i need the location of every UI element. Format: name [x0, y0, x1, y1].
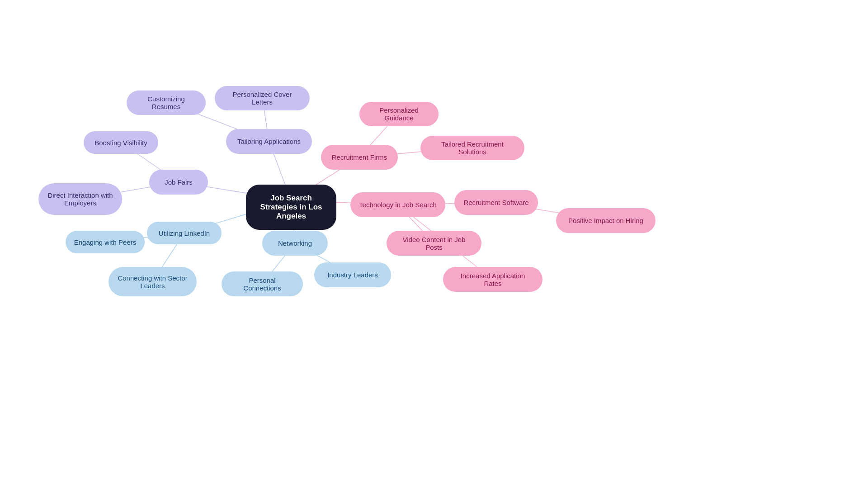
node-cover-letters: Personalized Cover Letters [215, 86, 310, 110]
node-recruitment-software: Recruitment Software [454, 190, 538, 215]
node-positive-impact: Positive Impact on Hiring [556, 208, 656, 233]
node-recruitment-firms: Recruitment Firms [321, 145, 398, 170]
node-tailoring: Tailoring Applications [226, 129, 312, 154]
node-customizing: Customizing Resumes [127, 90, 206, 115]
node-industry-leaders: Industry Leaders [314, 262, 391, 287]
node-direct-interaction: Direct Interaction with Employers [38, 183, 122, 215]
mind-map: Job Search Strategies in Los AngelesTail… [0, 0, 868, 490]
node-boosting: Boosting Visibility [84, 131, 158, 154]
node-job-fairs: Job Fairs [149, 170, 208, 195]
node-personal-connections: Personal Connections [222, 271, 303, 296]
node-increased-rates: Increased Application Rates [443, 267, 542, 292]
node-tailored-recruitment: Tailored Recruitment Solutions [420, 136, 524, 160]
node-technology: Technology in Job Search [350, 192, 445, 217]
center-node: Job Search Strategies in Los Angeles [246, 185, 336, 230]
node-video-content: Video Content in Job Posts [387, 231, 481, 256]
node-networking: Networking [262, 231, 328, 256]
node-sector-leaders: Connecting with Sector Leaders [108, 267, 197, 296]
node-personalized-guidance: Personalized Guidance [359, 102, 439, 126]
node-linkedin: Utilizing LinkedIn [147, 222, 222, 244]
node-engaging: Engaging with Peers [66, 231, 145, 253]
